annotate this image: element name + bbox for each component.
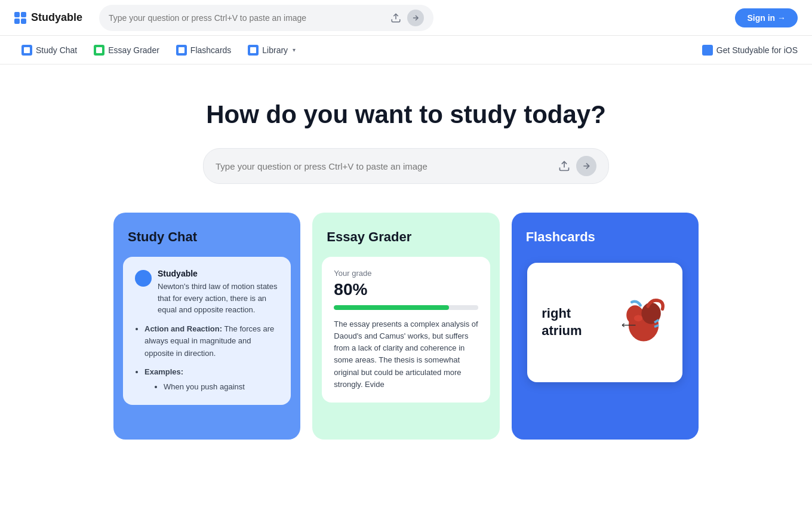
header-search-input[interactable] xyxy=(109,13,385,23)
flash-icon xyxy=(176,45,187,56)
nav-ios[interactable]: Get Studyable for iOS xyxy=(702,45,798,56)
grade-progress-bar xyxy=(334,305,478,310)
navigation: Study Chat Essay Grader Flashcards Libra… xyxy=(0,36,812,64)
flashcard: rightatrium xyxy=(527,263,682,382)
page-title: How do you want to study today? xyxy=(206,100,606,129)
essay-grader-preview: Your grade 80% The essay presents a comp… xyxy=(322,257,490,403)
main-submit-button[interactable] xyxy=(576,156,596,176)
header: Studyable Sign in → xyxy=(0,0,812,36)
essay-grader-card[interactable]: Essay Grader Your grade 80% The essay pr… xyxy=(312,213,499,440)
header-search-icons xyxy=(389,10,424,26)
main-search-icons xyxy=(558,156,596,176)
logo[interactable]: Studyable xyxy=(14,11,82,24)
study-bullet-2: Examples: When you push against xyxy=(144,366,279,394)
study-user-text: Newton's third law of motion states that… xyxy=(158,281,279,316)
main-content: How do you want to study today? Study Ch… xyxy=(0,64,812,463)
header-search-bar[interactable] xyxy=(99,5,433,31)
grade-label: Your grade xyxy=(334,269,478,278)
lib-icon xyxy=(248,45,259,56)
chevron-down-icon: ▾ xyxy=(293,47,296,53)
nav-item-flashcards[interactable]: Flashcards xyxy=(169,41,238,59)
nav-item-study-chat[interactable]: Study Chat xyxy=(14,41,84,59)
logo-icon xyxy=(14,12,26,24)
svg-point-3 xyxy=(627,305,644,324)
study-bullet-2-label: Examples: xyxy=(144,367,183,376)
grade-value: 80% xyxy=(334,280,478,299)
app-name: Studyable xyxy=(31,11,82,24)
study-user-name: Studyable xyxy=(158,269,279,278)
study-chat-card[interactable]: Study Chat Studyable Newton's third law … xyxy=(113,213,300,440)
essay-icon xyxy=(94,45,104,56)
grade-progress-fill xyxy=(334,305,449,310)
flashcards-card[interactable]: Flashcards rightatrium xyxy=(512,213,699,440)
study-sub-bullet: When you push against xyxy=(164,381,279,394)
main-search-input[interactable] xyxy=(216,161,551,171)
svg-line-6 xyxy=(654,325,659,327)
header-right: Sign in → xyxy=(735,8,798,27)
nav-item-essay-grader[interactable]: Essay Grader xyxy=(87,41,167,59)
study-chat-preview: Studyable Newton's third law of motion s… xyxy=(123,257,291,405)
sign-in-button[interactable]: Sign in → xyxy=(735,8,798,27)
header-upload-button[interactable] xyxy=(389,11,402,24)
study-chat-title: Study Chat xyxy=(113,213,300,257)
header-submit-button[interactable] xyxy=(407,10,424,26)
flashcard-preview: rightatrium xyxy=(512,257,699,394)
feature-cards: Study Chat Studyable Newton's third law … xyxy=(113,213,699,440)
flashcard-word: rightatrium xyxy=(542,305,582,339)
ios-icon xyxy=(702,45,713,56)
essay-grader-title: Essay Grader xyxy=(312,213,499,257)
nav-label-study-chat: Study Chat xyxy=(36,45,77,55)
main-search-bar[interactable] xyxy=(203,148,609,184)
chat-icon xyxy=(21,45,32,56)
study-user-row: Studyable Newton's third law of motion s… xyxy=(135,269,279,316)
svg-point-7 xyxy=(634,315,642,321)
nav-label-essay-grader: Essay Grader xyxy=(108,45,159,55)
essay-preview-text: The essay presents a complex analysis of… xyxy=(334,318,478,391)
study-bullet-1: Action and Reaction: The forces are alwa… xyxy=(144,323,279,360)
main-upload-button[interactable] xyxy=(558,160,570,172)
study-bullet-1-label: Action and Reaction: xyxy=(144,324,222,333)
avatar xyxy=(135,270,152,287)
nav-item-library[interactable]: Library ▾ xyxy=(241,41,303,59)
flashcards-title: Flashcards xyxy=(512,213,699,257)
nav-ios-label: Get Studyable for iOS xyxy=(716,45,798,55)
nav-label-flashcards: Flashcards xyxy=(190,45,231,55)
heart-anatomy-image xyxy=(617,296,670,349)
nav-label-library: Library xyxy=(262,45,288,55)
